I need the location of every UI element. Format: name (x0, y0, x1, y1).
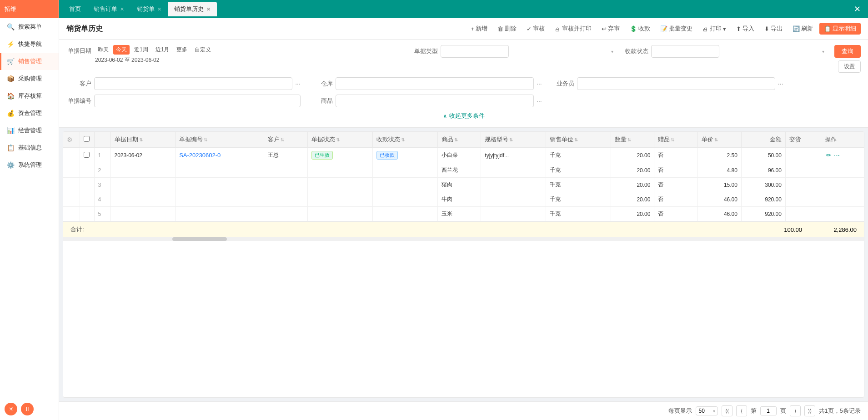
horizontal-scrollbar[interactable] (63, 237, 864, 241)
tab-home[interactable]: 首页 (63, 2, 87, 16)
export-button[interactable]: ⬇ 导出 (761, 23, 786, 35)
audit-print-button[interactable]: 🖨 审核并打印 (551, 23, 595, 35)
doc-type-select[interactable] (441, 45, 509, 58)
print-button[interactable]: 🖨 打印 ▾ (699, 23, 730, 35)
refresh-button[interactable]: 🔄 刷新 (789, 23, 817, 35)
salesperson-input[interactable] (577, 77, 775, 90)
col-customer[interactable]: 客户 ⇅ (264, 132, 308, 148)
product-input[interactable] (336, 95, 534, 107)
sidebar-item-search-menu[interactable]: 🔍 搜索菜单 (0, 18, 59, 35)
tab-sales-history[interactable]: 销货单历史 ✕ (168, 2, 217, 16)
sidebar-item-finance[interactable]: 💰 资金管理 (0, 105, 59, 122)
col-qty[interactable]: 数量 ⇅ (611, 132, 654, 148)
settings-icon[interactable]: ⚙ (67, 136, 73, 143)
row-checkbox[interactable] (84, 152, 90, 158)
sidebar-btn1[interactable]: ☀ (5, 403, 17, 415)
row-checkbox-cell[interactable] (80, 163, 94, 178)
prev-page-btn[interactable]: ⟨ (736, 405, 747, 416)
qty-sort-icon: ⇅ (627, 137, 631, 142)
shortcut-last7[interactable]: 近1周 (131, 45, 151, 55)
row-checkbox-cell[interactable] (80, 207, 94, 221)
warehouse-input[interactable] (336, 77, 534, 90)
row-amount: 300.00 (741, 178, 785, 192)
receive-button[interactable]: 💲 收款 (626, 23, 654, 35)
sidebar-item-sys-mgmt[interactable]: ⚙️ 系统管理 (0, 156, 59, 174)
product-dots[interactable]: ··· (537, 97, 542, 105)
audit-icon: ✓ (527, 25, 532, 32)
close-all-tabs[interactable]: ✕ (850, 4, 864, 14)
table-row: 2西兰花千克20.00否4.8096.00 (63, 163, 864, 178)
col-spec[interactable]: 规格型号 ⇅ (481, 132, 546, 148)
customer-dots[interactable]: ··· (295, 80, 301, 87)
per-page-select[interactable]: 50 100 200 (696, 406, 718, 415)
row-action-icons (63, 192, 80, 207)
row-checkbox-cell[interactable] (80, 178, 94, 192)
row-checkbox-cell[interactable] (80, 148, 94, 163)
col-doc-status[interactable]: 单据状态 ⇅ (308, 132, 373, 148)
sidebar-logo: 拓维 (0, 0, 59, 18)
audit-button[interactable]: ✓ 审核 (523, 23, 548, 35)
col-doc-no[interactable]: 单据编号 ⇅ (176, 132, 264, 148)
customer-input[interactable] (94, 77, 292, 90)
sidebar-item-sales-mgmt[interactable]: 🛒 销售管理 (0, 53, 59, 70)
shortcut-more[interactable]: 更多 (174, 45, 190, 55)
main-table: ⚙ 单据日期 ⇅ (63, 132, 864, 221)
warehouse-label: 仓库 (308, 80, 333, 88)
sidebar-item-purchase-mgmt[interactable]: 📦 采购管理 (0, 70, 59, 87)
col-price[interactable]: 单价 ⇅ (698, 132, 742, 148)
select-all-checkbox[interactable] (84, 136, 90, 142)
col-gift[interactable]: 赠品 ⇅ (654, 132, 698, 148)
main-table-container: ⚙ 单据日期 ⇅ (63, 131, 864, 398)
col-payment-status[interactable]: 收款状态 ⇅ (372, 132, 437, 148)
discard-button[interactable]: ↩ 弃审 (598, 23, 623, 35)
row-customer: 王总 (264, 148, 308, 163)
sidebar-btn2[interactable]: ⏸ (21, 403, 34, 415)
import-button[interactable]: ⬆ 导入 (733, 23, 758, 35)
edit-icon[interactable]: ✏ (826, 152, 831, 159)
col-unit[interactable]: 销售单位 ⇅ (546, 132, 611, 148)
new-button[interactable]: + 新增 (467, 23, 491, 35)
col-product[interactable]: 商品 ⇅ (437, 132, 481, 148)
more-icon[interactable]: ⋯ (834, 152, 840, 159)
sidebar-item-basic-info[interactable]: 📋 基础信息 (0, 139, 59, 156)
sidebar-item-operations[interactable]: 📊 经营管理 (0, 122, 59, 139)
show-detail-button[interactable]: 📋 显示明细 (819, 23, 861, 35)
doc-no-input[interactable] (94, 95, 301, 107)
tab-sales-delivery[interactable]: 销货单 ✕ (130, 2, 168, 16)
page-input[interactable] (760, 406, 777, 415)
tab-sales-delivery-close[interactable]: ✕ (157, 6, 161, 12)
payment-status-select[interactable] (651, 45, 719, 58)
refresh-icon: 🔄 (793, 25, 800, 32)
col-doc-date[interactable]: 单据日期 ⇅ (110, 132, 176, 148)
sidebar-item-quick-nav[interactable]: ⚡ 快捷导航 (0, 35, 59, 53)
shortcut-custom[interactable]: 自定义 (192, 45, 214, 55)
next-page-btn[interactable]: ⟩ (790, 405, 801, 416)
query-button[interactable]: 查询 (834, 45, 861, 58)
last-page-btn[interactable]: ⟩⟩ (804, 405, 815, 416)
salesperson-dots[interactable]: ··· (778, 80, 783, 87)
shortcut-last30[interactable]: 近1月 (153, 45, 172, 55)
shortcut-yesterday[interactable]: 昨天 (95, 45, 111, 55)
row-checkbox-cell[interactable] (80, 192, 94, 207)
sidebar-item-inventory[interactable]: 🏠 库存核算 (0, 87, 59, 105)
row-action-icons (63, 148, 80, 163)
shortcut-today[interactable]: 今天 (113, 45, 130, 55)
set-button[interactable]: 设置 (838, 60, 861, 73)
tab-sales-order[interactable]: 销售订单 ✕ (87, 2, 130, 16)
footer-total-qty: 100.00 (766, 226, 802, 233)
salesperson-label: 业务员 (549, 80, 574, 88)
tab-sales-order-label: 销售订单 (94, 5, 117, 13)
tab-sales-order-close[interactable]: ✕ (120, 6, 124, 12)
spec-sort-icon: ⇅ (509, 137, 513, 142)
batch-change-button[interactable]: 📝 批量变更 (657, 23, 696, 35)
warehouse-dots[interactable]: ··· (537, 80, 542, 87)
tab-sales-history-close[interactable]: ✕ (206, 6, 211, 12)
collapse-filter-btn[interactable]: ∧ 收起更多条件 (66, 110, 861, 122)
col-settings[interactable]: ⚙ (63, 132, 80, 148)
delete-button[interactable]: 🗑 删除 (494, 23, 520, 35)
scroll-thumb[interactable] (172, 237, 227, 241)
page-label2: 页 (780, 407, 786, 415)
first-page-btn[interactable]: ⟨⟨ (722, 405, 733, 416)
row-tx (785, 148, 821, 163)
doc-no-link[interactable]: SA-20230602-0 (179, 152, 221, 159)
